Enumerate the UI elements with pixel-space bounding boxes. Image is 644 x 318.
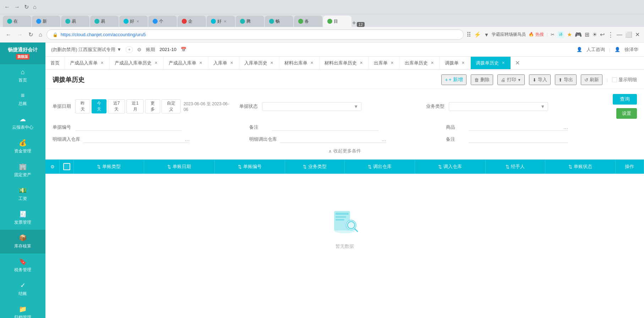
date-btn-7days[interactable]: 近7天 — [108, 99, 125, 113]
date-btn-1month[interactable]: 近1月 — [126, 99, 144, 113]
status-select[interactable]: ▼ — [262, 102, 361, 111]
page-tab-close-5[interactable]: ✕ — [269, 61, 274, 65]
company-selector[interactable]: (勿删勿禁用) 江西服宝测试专用 ▼ — [51, 46, 121, 53]
browser-home[interactable]: ⌂ — [32, 2, 38, 12]
th-checkbox[interactable] — [60, 160, 74, 174]
date-btn-more[interactable]: 更多 — [145, 99, 160, 113]
translate-icon[interactable]: 译 — [557, 31, 564, 38]
date-btn-yesterday[interactable]: 昨天 — [75, 99, 90, 113]
browser-tab-11[interactable]: 各 — [294, 16, 322, 27]
page-tab-close-10[interactable]: ✕ — [461, 61, 465, 65]
star-icon[interactable]: ★ — [567, 31, 572, 38]
page-tab-close-6[interactable]: ✕ — [310, 61, 314, 65]
biz-type-select[interactable]: ▼ — [449, 102, 548, 111]
game-icon[interactable]: 🎮 — [575, 31, 582, 38]
sidebar-item-payroll[interactable]: 💵 工资 — [0, 182, 45, 206]
page-tab-home[interactable]: 首页 — [45, 57, 65, 69]
page-tab-11[interactable]: 调拨单历史 ✕ — [471, 57, 511, 69]
th-handler[interactable]: ⇅ 经手人 — [486, 160, 545, 174]
page-tab-close-11[interactable]: ✕ — [501, 61, 506, 65]
page-tab-close-3[interactable]: ✕ — [198, 61, 203, 65]
tab-close-5[interactable]: ✕ — [136, 19, 139, 23]
export-button[interactable]: ⬆ 导出 — [555, 74, 577, 85]
page-tab-9[interactable]: 出库单历史 ✕ — [400, 57, 440, 69]
page-tab-3[interactable]: 产成品入库单 ✕ — [164, 57, 208, 69]
add-button[interactable]: + + 新增 — [441, 74, 466, 85]
lightning-icon[interactable]: ⚡ — [474, 31, 481, 38]
page-tab-4[interactable]: 入库单 ✕ — [208, 57, 239, 69]
browser-tab-5[interactable]: 好 ✕ — [119, 16, 148, 27]
calendar-icon[interactable]: 📅 — [181, 47, 186, 52]
browser-tab-4[interactable]: 易 — [90, 16, 119, 27]
nav-back[interactable]: ← — [4, 30, 13, 39]
detail-in-ellipsis-btn[interactable]: ... — [185, 136, 190, 143]
nav-home[interactable]: ⌂ — [37, 30, 44, 39]
close-all-tabs-icon[interactable]: ✕ — [512, 60, 523, 66]
remark-input[interactable] — [272, 124, 378, 131]
goods-ellipsis-btn[interactable]: ... — [563, 124, 568, 130]
page-tab-2[interactable]: 产成品入库单历史 ✕ — [110, 57, 164, 69]
detail-remark-input[interactable] — [469, 136, 568, 143]
browser-tab-3[interactable]: 易 — [61, 16, 89, 27]
detail-in-input[interactable] — [83, 136, 185, 143]
new-tab-button[interactable]: + — [352, 19, 356, 27]
page-tab-close-8[interactable]: ✕ — [390, 61, 394, 65]
browser-tab-10[interactable]: 畅 — [265, 16, 293, 27]
theme-icon[interactable]: ☀ — [592, 31, 597, 38]
display-full-btn[interactable]: 显示明细 — [612, 77, 637, 83]
maximize-icon[interactable]: ⬜ — [625, 31, 632, 38]
page-tab-close-2[interactable]: ✕ — [154, 61, 158, 65]
minimize-icon[interactable]: — — [617, 32, 622, 38]
page-tab-6[interactable]: 材料出库单 ✕ — [279, 57, 320, 69]
tab-close-8[interactable]: ✕ — [224, 19, 227, 23]
sidebar-item-cloud-reports[interactable]: ☁ 云报表中心 — [0, 111, 45, 135]
date-btn-today[interactable]: 今天 — [92, 99, 107, 113]
customer-service-label[interactable]: 人工咨询 — [586, 46, 605, 53]
th-biz-type[interactable]: ⇅ 业务类型 — [285, 160, 345, 174]
page-tab-5[interactable]: 入库单历史 ✕ — [239, 57, 279, 69]
sidebar-item-invoice[interactable]: 🧾 发票管理 — [0, 206, 45, 230]
browser-tab-7[interactable]: 企 — [178, 16, 206, 27]
doc-number-input[interactable] — [75, 124, 182, 131]
th-out-warehouse[interactable]: ⇅ 调出仓库 — [345, 160, 415, 174]
browser-refresh[interactable]: ↻ — [23, 2, 30, 12]
refresh-button[interactable]: ↺ 刷新 — [581, 74, 602, 85]
sidebar-item-home[interactable]: ⌂ 首页 — [0, 64, 45, 88]
settings-gear-icon[interactable]: ⚙ — [137, 47, 142, 52]
address-bar[interactable]: 🔒 https://cloud.chanjet.com/accounting/u… — [47, 29, 464, 40]
sidebar-item-tax[interactable]: 🔖 税务管理 — [0, 253, 45, 277]
nav-reload[interactable]: ↻ — [27, 30, 34, 39]
th-doc-num[interactable]: ⇅ 单账编号 — [215, 160, 285, 174]
page-tab-7[interactable]: 材料出库单历史 ✕ — [320, 57, 369, 69]
delete-button[interactable]: 🗑 删除 — [471, 74, 493, 85]
sidebar-item-fixed-assets[interactable]: 🏢 固定资产 — [0, 158, 45, 182]
detail-out-ellipsis-btn[interactable]: ... — [382, 136, 386, 143]
sidebar-item-archive[interactable]: 📁 归档管理 — [0, 301, 45, 318]
page-tab-close-7[interactable]: ✕ — [359, 61, 364, 65]
th-settings[interactable]: ⚙ — [45, 160, 60, 174]
page-tab-close-4[interactable]: ✕ — [229, 61, 234, 65]
page-tab-8[interactable]: 出库单 ✕ — [369, 57, 400, 69]
query-button[interactable]: 查询 — [613, 94, 637, 105]
sidebar-item-closing[interactable]: ✓ 结账 — [0, 277, 45, 301]
menu-icon[interactable]: ⋮ — [607, 31, 614, 39]
th-doc-date[interactable]: ⇅ 单账日期 — [144, 160, 214, 174]
header-checkbox[interactable] — [63, 163, 70, 170]
dropdown-icon[interactable]: ▼ — [484, 32, 489, 38]
page-tab-1[interactable]: 产成品入库单 ✕ — [65, 57, 110, 69]
page-tab-close-9[interactable]: ✕ — [430, 61, 435, 65]
filter-settings-button[interactable]: 设置 — [616, 108, 637, 119]
add-company-btn[interactable]: + — [126, 46, 133, 53]
browser-tab-9[interactable]: 腾 — [236, 16, 264, 27]
browser-forward[interactable]: → — [13, 2, 21, 12]
print-button[interactable]: 🖨 打印 ▼ — [497, 74, 525, 85]
scissors-icon[interactable]: ✂ — [551, 32, 555, 37]
sidebar-item-inventory[interactable]: 📦 库存核算 — [0, 230, 45, 253]
browser-back[interactable]: ← — [3, 2, 11, 12]
period-value[interactable]: 2021-10 — [159, 47, 176, 52]
grid-icon[interactable]: ⊞ — [585, 31, 589, 38]
browser-tab-6[interactable]: 个 — [148, 16, 177, 27]
username[interactable]: 徐泽华 — [624, 46, 638, 53]
collapse-button[interactable]: ∧ 收起更多条件 — [53, 148, 637, 154]
sidebar-item-general-ledger[interactable]: ≡ 总账 — [0, 88, 45, 111]
